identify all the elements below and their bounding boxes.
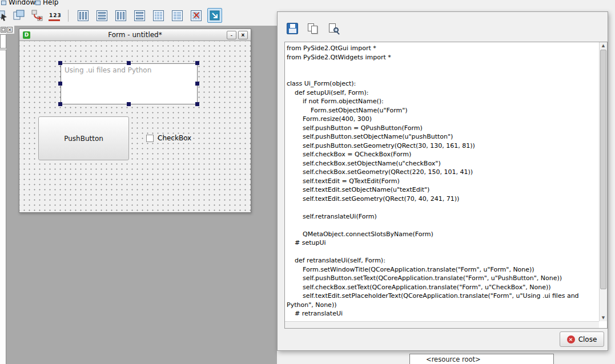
copy-button[interactable] <box>305 21 321 37</box>
selection-handle-middle-right[interactable] <box>195 82 199 86</box>
save-button[interactable] <box>284 21 300 37</box>
checkbox-indicator[interactable] <box>146 135 154 142</box>
break-layout-icon: × <box>191 10 202 21</box>
selection-handle-bottom-center[interactable] <box>127 102 131 106</box>
pushbutton-widget[interactable]: PushButton <box>38 116 129 160</box>
toolbar-separator <box>68 10 69 22</box>
adjust-size-icon <box>209 10 220 21</box>
toolbar-button-edit-buddies[interactable] <box>30 8 45 23</box>
edit-widgets-icon <box>0 10 8 21</box>
edit-signals-slots-icon <box>13 10 25 21</box>
save-icon <box>287 23 298 34</box>
menu-window[interactable]: Window <box>1 0 35 7</box>
toolbar-button-layout-vertical-splitter[interactable] <box>132 8 147 23</box>
edit-tab-order-icon: 123 <box>49 13 62 18</box>
close-icon: × <box>567 335 575 343</box>
toolbar-button-edit-signals-slots[interactable] <box>11 8 26 23</box>
menu-help[interactable]: Help <box>35 0 58 7</box>
layout-horizontal-icon <box>78 10 89 21</box>
qt-designer-window: Window Help 123 <box>0 0 615 364</box>
scroll-down-arrow[interactable]: ▼ <box>600 314 607 321</box>
scrollbar-handle[interactable] <box>600 50 606 289</box>
toolbar-button-edit-tab-order[interactable]: 123 <box>48 8 63 23</box>
toolbar-button-adjust-size[interactable] <box>207 8 222 23</box>
find-icon <box>328 23 339 34</box>
toolbar-button-layout-vertical[interactable] <box>94 8 109 23</box>
toolbar-button-layout-grid[interactable] <box>151 8 166 23</box>
close-button-label: Close <box>578 335 597 343</box>
checkbox-label: CheckBox <box>158 134 191 142</box>
widget-box-dock-edge[interactable] <box>0 50 6 364</box>
selection-handle-bottom-right[interactable] <box>195 102 199 106</box>
help-menu-icon <box>35 1 41 5</box>
form-minimize-button[interactable]: - <box>227 31 236 39</box>
dock-filter-box[interactable] <box>0 34 6 48</box>
menu-help-label: Help <box>43 0 58 6</box>
edit-buddies-icon <box>31 10 43 21</box>
toolbar-button-layout-form[interactable] <box>170 8 184 23</box>
toolbar-button-break-layout[interactable]: × <box>188 8 203 23</box>
selection-handle-top-left[interactable] <box>58 61 62 65</box>
layout-vertical-splitter-icon <box>134 10 145 21</box>
toolbar-button-layout-horizontal-splitter[interactable] <box>113 8 128 23</box>
horizontal-scrollbar[interactable] <box>285 321 599 328</box>
selection-handle-top-center[interactable] <box>127 61 131 65</box>
menu-bar: Window Help <box>0 0 615 7</box>
selection-handle-top-right[interactable] <box>195 61 199 65</box>
resource-browser-panel: <resource root> <box>409 354 554 364</box>
vertical-scrollbar[interactable]: ▲ ▼ <box>599 42 607 321</box>
layout-horizontal-splitter-icon <box>115 10 126 21</box>
dock-float-button[interactable] <box>1 27 6 33</box>
window-menu-icon <box>1 1 6 5</box>
scroll-up-arrow[interactable]: ▲ <box>600 42 607 49</box>
find-button[interactable] <box>325 21 341 37</box>
form-window-titlebar[interactable]: D Form - untitled* - × <box>19 29 251 41</box>
generated-code-text[interactable]: from PySide2.QtGui import * from PySide2… <box>287 44 598 320</box>
textedit-widget[interactable]: Using .ui files and Python <box>61 63 198 104</box>
menu-window-label: Window <box>9 0 35 6</box>
dock-close-button[interactable] <box>7 27 13 33</box>
form-window-title: Form - untitled* <box>19 31 251 39</box>
toolbar-button-layout-horizontal[interactable] <box>75 8 90 23</box>
main-toolbar: 123 × <box>0 7 277 26</box>
form-canvas[interactable]: Using .ui files and Python PushButton Ch… <box>19 41 251 212</box>
code-preview-dialog: from PySide2.QtGui import * from PySide2… <box>277 11 608 351</box>
checkbox-widget[interactable]: CheckBox <box>146 134 191 142</box>
code-preview-toolbar <box>284 21 341 37</box>
form-close-button[interactable]: × <box>238 31 248 39</box>
selection-handle-bottom-left[interactable] <box>58 102 62 106</box>
form-editor-window: D Form - untitled* - × Using .ui files a… <box>19 29 251 213</box>
layout-vertical-icon <box>97 10 107 21</box>
resource-root-item[interactable]: <resource root> <box>426 355 481 363</box>
selection-handle-middle-left[interactable] <box>58 82 62 86</box>
code-viewer: from PySide2.QtGui import * from PySide2… <box>284 42 608 329</box>
toolbar-button-edit-widgets[interactable] <box>0 8 10 23</box>
close-button[interactable]: × Close <box>560 331 604 347</box>
layout-form-icon <box>172 10 183 21</box>
layout-grid-icon <box>153 10 164 21</box>
copy-icon <box>307 23 319 34</box>
